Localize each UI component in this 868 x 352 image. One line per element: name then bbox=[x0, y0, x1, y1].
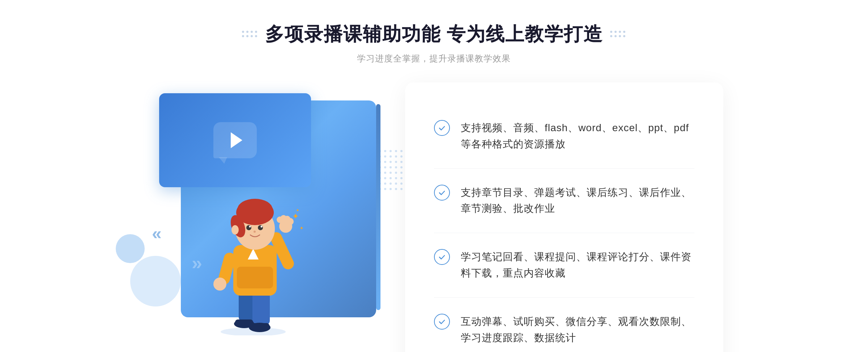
svg-point-79 bbox=[249, 226, 251, 228]
svg-point-80 bbox=[261, 226, 263, 228]
svg-rect-58 bbox=[235, 319, 253, 325]
svg-point-77 bbox=[246, 225, 251, 230]
svg-point-82 bbox=[231, 225, 239, 235]
illustration-wrapper: » bbox=[145, 82, 398, 335]
play-bubble bbox=[213, 122, 257, 158]
features-panel: 支持视频、音频、flash、word、excel、ppt、pdf等各种格式的资源… bbox=[405, 82, 723, 352]
svg-point-104 bbox=[395, 166, 397, 168]
page-subtitle: 学习进度全掌握，提升录播课教学效果 bbox=[242, 53, 626, 64]
svg-point-93 bbox=[390, 155, 392, 158]
decorative-dots-right bbox=[610, 31, 626, 38]
svg-point-103 bbox=[390, 166, 392, 168]
check-icon-3 bbox=[434, 249, 450, 265]
svg-point-70 bbox=[277, 216, 283, 223]
header-title-row: 多项录播课辅助功能 专为线上教学打造 bbox=[242, 22, 626, 47]
nav-arrow-left[interactable]: « bbox=[152, 223, 162, 243]
svg-text:✦: ✦ bbox=[292, 212, 299, 221]
svg-point-115 bbox=[400, 177, 403, 179]
svg-point-112 bbox=[384, 177, 386, 179]
decorative-dots-left bbox=[242, 31, 258, 38]
svg-rect-60 bbox=[251, 323, 269, 329]
svg-text:✦: ✦ bbox=[296, 208, 299, 213]
svg-point-123 bbox=[390, 188, 392, 190]
content-area: « bbox=[145, 82, 723, 352]
feature-item: 支持视频、音频、flash、word、excel、ppt、pdf等各种格式的资源… bbox=[434, 104, 694, 169]
svg-point-71 bbox=[213, 278, 226, 291]
svg-point-114 bbox=[395, 177, 397, 179]
svg-point-124 bbox=[395, 188, 397, 190]
svg-point-125 bbox=[400, 188, 403, 190]
svg-point-99 bbox=[395, 161, 397, 163]
svg-point-95 bbox=[400, 155, 403, 158]
svg-point-90 bbox=[400, 150, 403, 152]
svg-point-94 bbox=[395, 155, 397, 158]
page-wrapper: 多项录播课辅助功能 专为线上教学打造 学习进度全掌握，提升录播课教学效果 « bbox=[0, 0, 868, 352]
check-icon-2 bbox=[434, 185, 450, 201]
feature-item: 互动弹幕、试听购买、微信分享、观看次数限制、学习进度跟踪、数据统计 bbox=[434, 298, 694, 352]
stripe-pattern bbox=[376, 147, 405, 192]
feature-text-3: 学习笔记回看、课程提问、课程评论打分、课件资料下载，重点内容收藏 bbox=[461, 249, 694, 282]
header-section: 多项录播课辅助功能 专为线上教学打造 学习进度全掌握，提升录播课教学效果 bbox=[242, 22, 626, 64]
svg-point-75 bbox=[238, 199, 272, 219]
svg-point-87 bbox=[384, 150, 386, 152]
svg-point-108 bbox=[390, 172, 392, 174]
svg-point-107 bbox=[384, 172, 386, 174]
feature-item: 学习笔记回看、课程提问、课程评论打分、课件资料下载，重点内容收藏 bbox=[434, 233, 694, 298]
svg-point-89 bbox=[395, 150, 397, 152]
svg-point-98 bbox=[390, 161, 392, 163]
character-illustration: ✦ ✦ ✦ bbox=[199, 173, 307, 335]
svg-point-122 bbox=[384, 188, 386, 190]
svg-point-97 bbox=[384, 161, 386, 163]
feature-text-2: 支持章节目录、弹题考试、课后练习、课后作业、章节测验、批改作业 bbox=[461, 185, 694, 217]
check-icon-4 bbox=[434, 314, 450, 330]
play-triangle bbox=[231, 132, 242, 148]
svg-point-102 bbox=[384, 166, 386, 168]
check-icon-1 bbox=[434, 120, 450, 136]
circle-large bbox=[130, 256, 181, 306]
svg-point-120 bbox=[400, 183, 403, 185]
svg-point-88 bbox=[390, 150, 392, 152]
feature-item: 支持章节目录、弹题考试、课后练习、课后作业、章节测验、批改作业 bbox=[434, 169, 694, 233]
svg-point-110 bbox=[400, 172, 403, 174]
svg-point-118 bbox=[390, 183, 392, 185]
svg-point-81 bbox=[254, 231, 256, 233]
svg-point-100 bbox=[400, 161, 403, 163]
feature-text-1: 支持视频、音频、flash、word、excel、ppt、pdf等各种格式的资源… bbox=[461, 120, 694, 153]
page-title: 多项录播课辅助功能 专为线上教学打造 bbox=[265, 22, 603, 47]
svg-point-117 bbox=[384, 183, 386, 185]
svg-point-119 bbox=[395, 183, 397, 185]
svg-rect-63 bbox=[237, 267, 273, 288]
svg-point-105 bbox=[400, 166, 403, 168]
svg-point-78 bbox=[258, 225, 263, 230]
svg-text:✦: ✦ bbox=[299, 225, 304, 231]
svg-point-92 bbox=[384, 155, 386, 158]
svg-point-109 bbox=[395, 172, 397, 174]
feature-text-4: 互动弹幕、试听购买、微信分享、观看次数限制、学习进度跟踪、数据统计 bbox=[461, 314, 694, 346]
play-button-container bbox=[213, 122, 257, 158]
circle-medium bbox=[116, 234, 145, 263]
svg-point-113 bbox=[390, 177, 392, 179]
blue-accent-bar bbox=[376, 104, 380, 310]
